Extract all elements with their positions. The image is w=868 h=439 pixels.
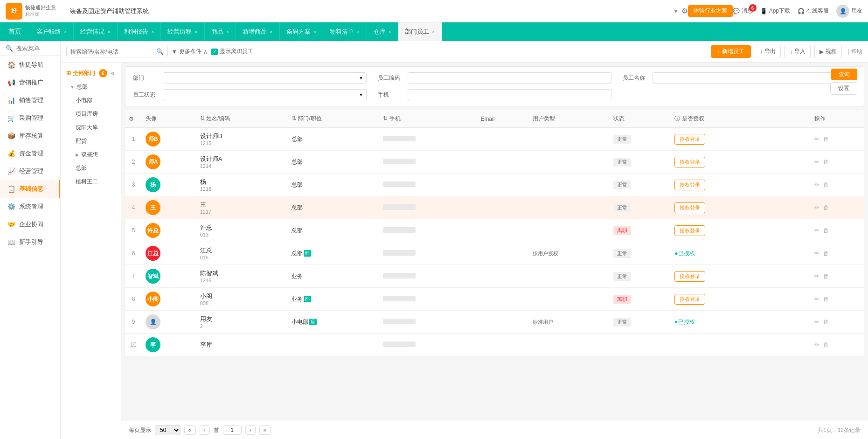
edit-button[interactable]: ✏ [814,227,819,234]
sidebar-item-system[interactable]: ⚙️ 系统管理 [0,198,60,216]
sidebar-item-operations[interactable]: 📈 经营管理 [0,162,60,180]
online-service-btn[interactable]: 🎧 在线客服 [798,7,829,15]
edit-button[interactable]: ✏ [814,319,819,325]
try-btn[interactable]: 体验行业方案 [688,5,733,17]
col-phone[interactable]: ⇅ 手机 [379,110,477,128]
auth-login-button[interactable]: 授权登录 [674,134,705,145]
edit-button[interactable]: ✏ [814,159,819,165]
sidebar-search-input[interactable] [16,45,61,52]
auth-login-button[interactable]: 授权登录 [674,157,705,167]
delete-button[interactable]: 🗑 [823,296,829,302]
first-page-btn[interactable]: « [184,425,196,435]
tab-home[interactable]: 首页 [0,22,30,41]
app-download-btn[interactable]: 📱 App下载 [760,7,790,15]
dept-tree-item-shuangsheng[interactable]: ▶ 双盛想 [61,148,121,161]
col-name-code[interactable]: ⇅ 姓名/编码 [196,110,288,128]
view-button[interactable]: ▶ 视频 [814,45,842,58]
collapse-dept-btn[interactable]: « [111,70,114,77]
edit-button[interactable]: ✏ [814,273,819,279]
title-dropdown-icon[interactable]: ▾ [674,7,678,15]
close-icon[interactable]: × [270,29,272,35]
tab-history[interactable]: 经营历程 × [161,22,204,41]
page-size-select[interactable]: 50 20 100 [155,425,181,435]
edit-button[interactable]: ✏ [814,341,819,348]
dept-tree-item-xiaodian[interactable]: 小电部 [61,94,121,107]
search-submit-icon[interactable]: 🔍 [156,48,164,55]
query-button[interactable]: 查询 [831,69,857,80]
close-icon[interactable]: × [194,29,197,35]
import-button[interactable]: ↓ 导入 [785,45,811,58]
auth-login-button[interactable]: 授权登录 [674,225,705,236]
close-icon[interactable]: × [389,29,391,35]
show-resigned-checkbox[interactable]: ✓ [211,49,218,55]
edit-button[interactable]: ✏ [814,296,819,302]
delete-button[interactable]: 🗑 [823,136,829,142]
close-icon[interactable]: × [107,29,110,35]
close-icon[interactable]: × [151,29,154,35]
sidebar-item-purchase[interactable]: 🛒 采购管理 [0,109,60,127]
edit-button[interactable]: ✏ [814,204,819,211]
dept-filter-select[interactable]: ▾ [163,72,367,84]
tab-goods[interactable]: 商品 × [205,22,236,41]
tab-new-goods[interactable]: 新增商品 × [236,22,279,41]
delete-button[interactable]: 🗑 [823,341,829,348]
delete-button[interactable]: 🗑 [823,227,829,234]
message-btn[interactable]: 💬 消息 6 [733,7,753,15]
dept-tree-item-headquarters[interactable]: ▼ 总部 [61,80,121,94]
sidebar-item-sales[interactable]: 📊 销售管理 [0,91,60,109]
sidebar-item-finance[interactable]: 💰 资金管理 [0,145,60,162]
delete-button[interactable]: 🗑 [823,159,829,165]
delete-button[interactable]: 🗑 [823,250,829,257]
dept-tree-item-peihuo[interactable]: 配货 [61,134,121,148]
add-employee-button[interactable]: + 新增员工 [711,45,751,58]
auth-login-button[interactable]: 授权登录 [674,271,705,282]
search-input[interactable] [70,49,154,55]
delete-button[interactable]: 🗑 [823,204,829,211]
col-settings[interactable]: ⚙ [125,110,142,128]
settings-icon[interactable]: ⚙ [681,7,688,15]
sidebar-item-guide[interactable]: 📖 新手引导 [0,233,60,251]
auth-login-button[interactable]: 授权登录 [674,180,705,190]
page-number-input[interactable] [223,425,242,435]
dept-tree-item-zongbu[interactable]: 总部 [61,161,121,175]
delete-button[interactable]: 🗑 [823,181,829,188]
close-icon[interactable]: × [313,29,316,35]
tab-bom[interactable]: 物料清单 × [323,22,367,41]
close-icon[interactable]: × [357,29,360,35]
edit-button[interactable]: ✏ [814,250,819,257]
employee-code-input[interactable] [408,72,611,84]
delete-button[interactable]: 🗑 [823,273,829,279]
auth-login-button[interactable]: 授权登录 [674,202,705,213]
sidebar-item-collab[interactable]: 🤝 企业协同 [0,216,60,233]
close-icon[interactable]: × [432,29,435,35]
tab-profit[interactable]: 利润报告 × [118,22,161,41]
export-button[interactable]: ↑ 导出 [755,45,781,58]
employee-status-select[interactable]: ▾ [163,89,367,100]
set-button[interactable]: 设置 [830,82,857,95]
edit-button[interactable]: ✏ [814,181,819,188]
sidebar-item-marketing[interactable]: 📢 营销推广 [0,74,60,91]
more-filter-btn[interactable]: ▼ 更多条件 ∧ [172,48,208,56]
delete-button[interactable]: 🗑 [823,319,829,325]
help-btn[interactable]: ｜帮助 [846,48,862,56]
auth-login-button[interactable]: 授权登录 [674,294,705,305]
tab-department[interactable]: 部门员工 × [398,22,442,41]
tab-operations[interactable]: 经营情况 × [74,22,117,41]
dept-tree-item-zhishu[interactable]: 植树王二 [61,175,121,188]
user-btn[interactable]: 👤 用友 [836,5,862,18]
col-dept-pos[interactable]: ⇅ 部门/职位 [288,110,379,128]
prev-page-btn[interactable]: ‹ [200,425,210,435]
sidebar-item-inventory[interactable]: 📦 库存核算 [0,127,60,145]
dept-tree-item-project[interactable]: 项目库房 [61,107,121,121]
tab-warehouse[interactable]: 仓库 × [367,22,398,41]
tab-barcode[interactable]: 条码方案 × [280,22,323,41]
edit-button[interactable]: ✏ [814,136,819,142]
tab-customer[interactable]: 客户联络 × [30,22,74,41]
dept-tree-item-shenyang[interactable]: 沈阳大库 [61,121,121,134]
sidebar-item-basic[interactable]: 📋 基础信息 [0,180,60,198]
phone-input[interactable] [408,89,611,100]
last-page-btn[interactable]: » [259,425,271,435]
sidebar-item-quicknav[interactable]: 🏠 快捷导航 [0,56,60,74]
close-icon[interactable]: × [64,29,67,35]
close-icon[interactable]: × [226,29,229,35]
